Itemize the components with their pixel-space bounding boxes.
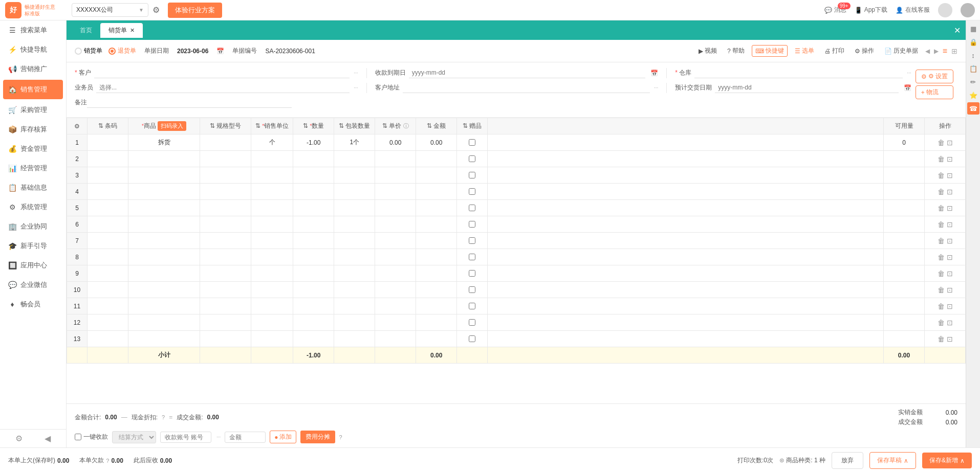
th-qty[interactable]: ⇅ *数量 xyxy=(293,118,334,134)
discount-info-icon[interactable]: ? xyxy=(162,414,165,420)
copy-icon-11[interactable]: ⊡ xyxy=(947,302,953,310)
save-new-button[interactable]: 保存&新增 ∧ xyxy=(922,453,972,468)
discard-button[interactable]: 放弃 xyxy=(832,452,863,469)
setup-button[interactable]: ⚙ ⚙ 设置 xyxy=(916,70,953,83)
gift-checkbox-6[interactable] xyxy=(469,221,475,228)
copy-icon-8[interactable]: ⊡ xyxy=(947,253,953,261)
scan-button[interactable]: 扫码录入 xyxy=(158,121,186,131)
copy-icon-1[interactable]: ⊡ xyxy=(947,139,953,147)
copy-icon-5[interactable]: ⊡ xyxy=(947,204,953,212)
price-info-icon[interactable]: ⓘ xyxy=(403,123,409,129)
delete-icon-3[interactable]: 🗑 xyxy=(938,171,945,179)
deficit-info-icon[interactable]: ? xyxy=(106,458,109,464)
gift-checkbox-2[interactable] xyxy=(469,155,475,162)
sidebar-item-search[interactable]: ☰ 搜索菜单 xyxy=(0,20,66,40)
copy-icon-6[interactable]: ⊡ xyxy=(947,220,953,229)
sidebar-item-marketing[interactable]: 📢 营销推广 xyxy=(0,59,66,79)
tab-sales-order[interactable]: 销货单 ✕ xyxy=(100,23,143,38)
sidebar-item-wechat[interactable]: 💬 企业微信 xyxy=(0,275,66,295)
video-btn[interactable]: ▶视频 xyxy=(695,45,720,57)
operation-btn[interactable]: ⚙操作 xyxy=(852,45,877,57)
delete-icon-6[interactable]: 🗑 xyxy=(938,220,945,229)
sidebar-item-operations[interactable]: 📊 经营管理 xyxy=(0,159,66,178)
delete-icon-11[interactable]: 🗑 xyxy=(938,302,945,310)
right-tool-expand[interactable]: ↕ xyxy=(967,49,979,61)
th-settings[interactable]: ⚙ xyxy=(67,118,88,134)
warehouse-dots[interactable]: ··· xyxy=(907,70,911,76)
sidebar-item-baseinfo[interactable]: 📋 基础信息 xyxy=(0,178,66,197)
sidebar-item-finance[interactable]: 💰 资金管理 xyxy=(0,139,66,159)
user-avatar[interactable] xyxy=(938,3,952,17)
right-tool-copy[interactable]: 📋 xyxy=(967,62,979,75)
account-input[interactable] xyxy=(160,432,211,443)
sidebar-item-system[interactable]: ⚙ 系统管理 xyxy=(0,197,66,217)
salesperson-input[interactable] xyxy=(96,82,350,93)
payment-calendar-icon[interactable]: 📅 xyxy=(650,70,658,77)
copy-icon-3[interactable]: ⊡ xyxy=(947,171,953,179)
remarks-input[interactable] xyxy=(87,97,292,108)
sidebar-settings-icon[interactable]: ⚙ xyxy=(15,434,23,443)
help-btn[interactable]: ?帮助 xyxy=(724,45,748,57)
expense-help-icon[interactable]: ? xyxy=(339,434,342,440)
copy-icon-10[interactable]: ⊡ xyxy=(947,286,953,294)
delete-icon-12[interactable]: 🗑 xyxy=(938,319,945,327)
delete-icon-5[interactable]: 🗑 xyxy=(938,204,945,212)
copy-icon-4[interactable]: ⊡ xyxy=(947,188,953,196)
expected-delivery-input[interactable] xyxy=(715,82,898,93)
gift-checkbox-1[interactable] xyxy=(469,139,475,146)
th-barcode[interactable]: ⇅ 条码 xyxy=(88,118,128,134)
th-spec[interactable]: ⇅ 规格型号 xyxy=(200,118,251,134)
customer-address-input[interactable] xyxy=(403,82,650,93)
copy-icon-12[interactable]: ⊡ xyxy=(947,319,953,327)
company-selector[interactable]: XXXXXX公司 ▼ xyxy=(72,3,148,17)
row-spec-1[interactable] xyxy=(200,134,251,151)
delivery-calendar-icon[interactable]: 📅 xyxy=(904,84,911,92)
delete-icon-8[interactable]: 🗑 xyxy=(938,253,945,261)
user-avatar2[interactable] xyxy=(961,3,975,17)
gift-checkbox-3[interactable] xyxy=(469,172,475,178)
print-btn[interactable]: 🖨打印 xyxy=(821,45,847,57)
select-order-btn[interactable]: ☰选单 xyxy=(792,45,817,57)
calendar-icon[interactable]: 📅 xyxy=(216,48,224,55)
message-icon-item[interactable]: 💬 消息 99+ xyxy=(824,6,846,14)
close-all-tabs-icon[interactable]: ✕ xyxy=(954,26,961,35)
copy-icon-13[interactable]: ⊡ xyxy=(947,335,953,343)
gift-checkbox-10[interactable] xyxy=(469,286,475,293)
copy-icon-7[interactable]: ⊡ xyxy=(947,237,953,245)
tab-close-icon[interactable]: ✕ xyxy=(130,27,135,34)
amount-field[interactable] xyxy=(225,432,266,443)
save-draft-button[interactable]: 保存草稿 ∧ xyxy=(869,452,916,469)
sidebar-item-guide[interactable]: 🎓 新手引导 xyxy=(0,236,66,256)
th-pack-qty[interactable]: ⇅ 包装数量 xyxy=(334,118,375,134)
sidebar-item-purchase[interactable]: 🛒 采购管理 xyxy=(0,100,66,120)
trial-button[interactable]: 体验行业方案 xyxy=(168,3,222,18)
app-download-item[interactable]: 📱 App下载 xyxy=(855,6,887,14)
delete-icon-13[interactable]: 🗑 xyxy=(938,335,945,343)
radio-return-order[interactable]: 退货单 xyxy=(108,47,136,55)
th-amount[interactable]: ⇅ 金额 xyxy=(416,118,457,134)
copy-icon-2[interactable]: ⊡ xyxy=(947,155,953,163)
th-unit[interactable]: ⇅ *销售单位 xyxy=(251,118,293,134)
logistics-button[interactable]: + 物流 xyxy=(916,85,953,99)
gift-checkbox-5[interactable] xyxy=(469,205,475,211)
th-gift[interactable]: ⇅ 赠品 xyxy=(457,118,488,134)
right-tool-phone[interactable]: ☎ xyxy=(967,102,979,115)
spec-input-1[interactable] xyxy=(204,139,247,146)
right-tool-star[interactable]: ⭐ xyxy=(967,89,979,101)
delete-icon-4[interactable]: 🗑 xyxy=(938,188,945,196)
payment-checkbox-label[interactable]: 一键收款 xyxy=(75,433,108,441)
delete-icon-7[interactable]: 🗑 xyxy=(938,237,945,245)
gift-checkbox-4[interactable] xyxy=(469,188,475,195)
gift-checkbox-13[interactable] xyxy=(469,335,475,342)
sidebar-item-sales[interactable]: 🏠 销售管理 xyxy=(3,80,63,99)
sidebar-collapse-icon[interactable]: ◀ xyxy=(45,434,51,443)
sidebar-item-appcenter[interactable]: 🔲 应用中心 xyxy=(0,256,66,275)
sidebar-item-quicknav[interactable]: ⚡ 快捷导航 xyxy=(0,40,66,59)
add-payment-button[interactable]: ● 添加 xyxy=(270,431,296,443)
settings-icon[interactable]: ⚙ xyxy=(148,3,164,17)
th-product[interactable]: *商品 扫码录入 xyxy=(128,118,200,134)
customer-input[interactable] xyxy=(94,67,350,78)
right-tool-edit[interactable]: ✏ xyxy=(967,76,979,88)
gift-checkbox-12[interactable] xyxy=(469,319,475,326)
customer-dots[interactable]: ··· xyxy=(354,70,358,76)
